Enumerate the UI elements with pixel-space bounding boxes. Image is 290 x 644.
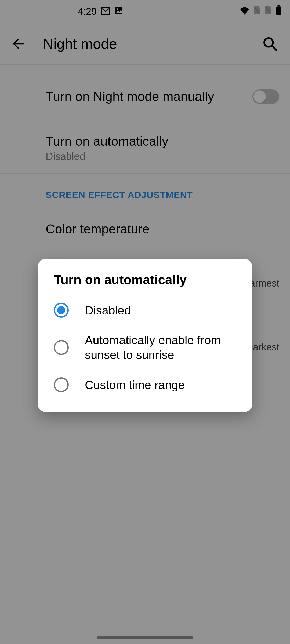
option-label: Automatically enable from sunset to sunr…	[85, 333, 236, 362]
radio-button	[54, 340, 69, 355]
option-label: Custom time range	[85, 378, 185, 392]
screen: 4:29 Night mode	[0, 0, 290, 644]
gesture-nav-bar[interactable]	[97, 636, 193, 639]
radio-button	[54, 303, 69, 318]
radio-button	[54, 377, 69, 392]
option-disabled[interactable]: Disabled	[38, 295, 252, 325]
radio-dot-icon	[57, 306, 65, 314]
dialog-turn-on-automatically: Turn on automatically Disabled Automatic…	[38, 259, 252, 412]
option-sunset-sunrise[interactable]: Automatically enable from sunset to sunr…	[38, 325, 252, 370]
dialog-title: Turn on automatically	[38, 272, 252, 295]
option-label: Disabled	[85, 303, 131, 318]
option-custom-time-range[interactable]: Custom time range	[38, 370, 252, 400]
